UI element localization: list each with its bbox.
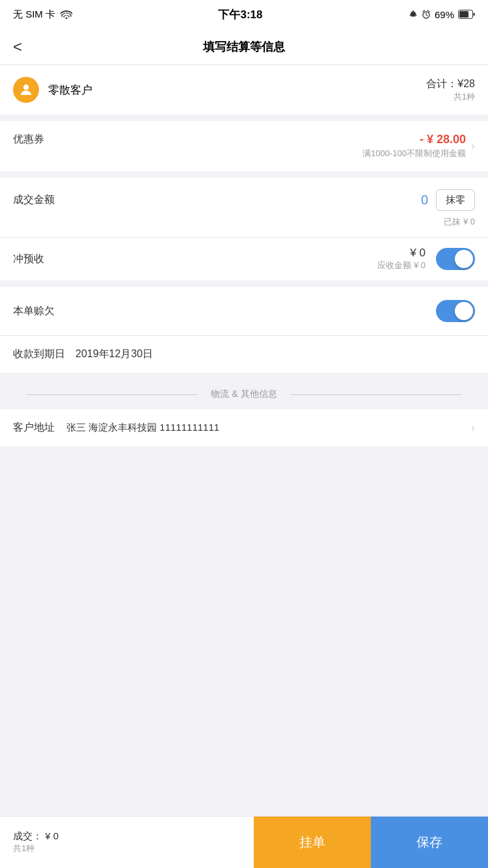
debt-label: 本单赊欠: [13, 305, 55, 318]
transaction-right: 0 抹零: [421, 189, 475, 211]
status-time: 下午3:18: [218, 7, 262, 22]
transaction-row: 成交金额 0 抹零: [0, 178, 488, 216]
address-value: 张三 海淀永丰科技园 11111111111: [66, 422, 466, 434]
customer-card: 零散客户 合计：¥28 共1种: [0, 65, 488, 115]
prereceive-right: ¥ 0 应收金额 ¥ 0: [377, 247, 475, 271]
address-section: 客户地址 张三 海淀永丰科技园 11111111111 ›: [0, 409, 488, 446]
content-area: 零散客户 合计：¥28 共1种 优惠券 - ¥ 28.00 满1000-100不…: [0, 65, 488, 518]
customer-total: 合计：¥28: [426, 77, 475, 91]
svg-point-3: [23, 85, 29, 90]
transaction-label: 成交金额: [13, 193, 55, 207]
back-button[interactable]: <: [13, 38, 22, 56]
coupon-row[interactable]: 优惠券 - ¥ 28.00 满1000-100不限制使用金额 ›: [0, 121, 488, 171]
prereceive-sub: 应收金额 ¥ 0: [377, 260, 426, 271]
customer-row: 零散客户 合计：¥28 共1种: [0, 65, 488, 115]
transaction-section: 成交金额 0 抹零 已抹 ¥ 0 冲预收 ¥ 0 应收金额 ¥ 0: [0, 178, 488, 280]
avatar: [13, 77, 39, 103]
status-left: 无 SIM 卡: [13, 8, 72, 21]
debt-section: 本单赊欠 收款到期日 2019年12月30日: [0, 287, 488, 373]
location-icon: [409, 10, 418, 19]
erased-label: 已抹 ¥ 0: [0, 216, 488, 237]
address-row[interactable]: 客户地址 张三 海淀永丰科技园 11111111111 ›: [0, 409, 488, 446]
prereceive-main: ¥ 0: [377, 247, 426, 260]
deal-label: 成交：: [13, 830, 42, 841]
bottom-bar: 成交： ¥ 0 共1种 挂单 保存: [0, 816, 488, 868]
deal-value: ¥ 0: [45, 830, 59, 841]
wifi-icon: [61, 10, 72, 19]
status-bar: 无 SIM 卡 下午3:18 69%: [0, 0, 488, 29]
prereceive-toggle[interactable]: [436, 248, 475, 270]
no-sim-label: 无 SIM 卡: [13, 8, 55, 21]
debt-toggle-knob: [455, 302, 473, 320]
coupon-label: 优惠券: [13, 133, 65, 146]
logistics-divider-section: 物流 & 其他信息: [0, 379, 488, 409]
battery-label: 69%: [435, 9, 454, 20]
logistics-divider-wrap: 物流 & 其他信息: [0, 379, 488, 409]
customer-right: 合计：¥28 共1种: [426, 77, 475, 103]
address-label: 客户地址: [13, 421, 59, 435]
duedate-value: 2019年12月30日: [75, 347, 153, 361]
transaction-value: 0: [421, 193, 428, 208]
hold-button[interactable]: 挂单: [254, 817, 371, 869]
status-right: 69%: [409, 9, 475, 20]
round-button[interactable]: 抹零: [436, 189, 475, 211]
toggle-knob: [455, 250, 473, 268]
prereceive-amount: ¥ 0 应收金额 ¥ 0: [377, 247, 426, 271]
bottom-info: 成交： ¥ 0 共1种: [0, 830, 254, 854]
user-icon: [18, 82, 34, 98]
prereceive-row: 冲预收 ¥ 0 应收金额 ¥ 0: [0, 237, 488, 280]
coupon-sub: 满1000-100不限制使用金额: [362, 148, 466, 159]
duedate-row: 收款到期日 2019年12月30日: [0, 335, 488, 373]
customer-count: 共1种: [426, 91, 475, 103]
chevron-right-icon: ›: [471, 139, 475, 153]
coupon-value: - ¥ 28.00: [362, 133, 466, 146]
battery-icon: [458, 10, 475, 19]
bottom-count: 共1种: [13, 843, 241, 854]
save-button[interactable]: 保存: [371, 817, 488, 869]
alarm-icon: [422, 10, 431, 19]
logistics-label: 物流 & 其他信息: [211, 388, 277, 400]
customer-name: 零散客户: [48, 83, 92, 98]
customer-left: 零散客户: [13, 77, 92, 103]
prereceive-label: 冲预收: [13, 252, 44, 266]
page-title: 填写结算等信息: [203, 39, 285, 55]
debt-row: 本单赊欠: [0, 287, 488, 335]
coupon-right: - ¥ 28.00 满1000-100不限制使用金额: [362, 133, 466, 159]
svg-rect-2: [459, 11, 468, 18]
address-chevron-icon: ›: [471, 421, 475, 435]
debt-toggle[interactable]: [436, 300, 475, 322]
divider-line-right: [290, 394, 462, 395]
bottom-deal: 成交： ¥ 0: [13, 830, 241, 843]
nav-bar: < 填写结算等信息: [0, 29, 488, 65]
coupon-card: 优惠券 - ¥ 28.00 满1000-100不限制使用金额 ›: [0, 121, 488, 171]
duedate-label: 收款到期日: [13, 347, 65, 361]
divider-line-left: [26, 394, 198, 395]
